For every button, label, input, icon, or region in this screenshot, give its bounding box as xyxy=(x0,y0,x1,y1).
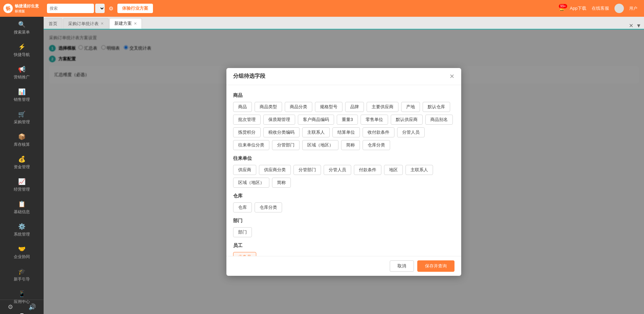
tag-goods-2[interactable]: 商品分类 xyxy=(285,102,312,112)
section-title-dept: 部门 xyxy=(233,218,454,224)
tag-goods-20[interactable]: 分管人员 xyxy=(397,127,425,137)
tag-goods-18[interactable]: 结算单位 xyxy=(332,127,360,137)
search-category-select[interactable] xyxy=(95,4,105,13)
tag-goods-7[interactable]: 默认仓库 xyxy=(423,102,450,112)
settings-bottom-icon[interactable]: ⚙ xyxy=(8,303,13,311)
tag-goods-1[interactable]: 商品类型 xyxy=(255,102,282,112)
sidebar-item-label: 资金管理 xyxy=(14,164,30,170)
sidebar-item-label: 快捷导航 xyxy=(14,52,30,58)
tab-home[interactable]: 首页 xyxy=(44,18,62,29)
tag-goods-10[interactable]: 客户商品编码 xyxy=(298,115,334,125)
tab-purchase-stats[interactable]: 采购订单统计表 ✕ xyxy=(63,18,109,29)
sidebar: 畅 畅捷通好生意 标准版 🔍 搜索菜单 ⚡ 快捷导航 📢 营销推广 📊 销售管理… xyxy=(0,0,44,314)
tags-group-goods: 商品 商品类型 商品分类 规格型号 品牌 主要供应商 产地 默认仓库 批次管理 … xyxy=(233,102,454,150)
tag-partner-1[interactable]: 供应商分类 xyxy=(259,165,291,175)
tag-goods-15[interactable]: 拣货积分 xyxy=(233,127,261,137)
tag-partner-6[interactable]: 主联系人 xyxy=(406,165,433,175)
sidebar-item-label: 系统管理 xyxy=(14,232,30,237)
sidebar-item-system[interactable]: ⚙️ 系统管理 xyxy=(0,219,44,241)
sidebar-item-label: 库存核算 xyxy=(14,142,30,147)
tag-dept-0[interactable]: 部门 xyxy=(233,227,252,237)
tags-group-warehouse: 仓库 仓库分类 xyxy=(233,202,454,212)
volume-bottom-icon[interactable]: 🔊 xyxy=(29,303,36,311)
sidebar-item-sales[interactable]: 📊 销售管理 xyxy=(0,84,44,107)
tag-goods-4[interactable]: 品牌 xyxy=(345,102,364,112)
tag-staff-0[interactable]: 业务员 xyxy=(233,252,256,256)
tab-new-scheme[interactable]: 新建方案 ✕ xyxy=(109,18,142,29)
notification-bell[interactable]: 🔔 99+ xyxy=(559,6,565,11)
tag-goods-21[interactable]: 往来单位分类 xyxy=(233,140,269,150)
settings-icon[interactable]: ⚙ xyxy=(109,5,113,12)
tabs-more-icon[interactable]: ▼ xyxy=(636,23,641,29)
modal-close-icon[interactable]: ✕ xyxy=(449,73,454,80)
tag-goods-8[interactable]: 批次管理 xyxy=(233,115,261,125)
tag-goods-13[interactable]: 默认供应商 xyxy=(391,115,423,125)
experience-plan-button[interactable]: 体验行业方案 xyxy=(117,4,153,13)
tag-goods-19[interactable]: 收付款条件 xyxy=(363,127,394,137)
app-logo: 畅 畅捷通好生意 标准版 xyxy=(0,0,44,17)
section-title-staff: 员工 xyxy=(233,243,454,249)
gear-icon: ⚙️ xyxy=(18,223,25,230)
tag-partner-2[interactable]: 分管部门 xyxy=(293,165,321,175)
sidebar-item-business[interactable]: 📈 经营管理 xyxy=(0,174,44,196)
tag-goods-9[interactable]: 保质期管理 xyxy=(263,115,295,125)
section-title-warehouse: 仓库 xyxy=(233,193,454,199)
app-download-link[interactable]: App下载 xyxy=(570,5,586,11)
tab-new-scheme-close[interactable]: ✕ xyxy=(134,21,137,26)
sidebar-item-quicknav[interactable]: ⚡ 快捷导航 xyxy=(0,39,44,62)
sidebar-item-enterprise[interactable]: 🤝 企业协同 xyxy=(0,241,44,264)
app-name: 畅捷通好生意 xyxy=(15,3,39,9)
sidebar-item-inventory[interactable]: 📦 库存核算 xyxy=(0,129,44,151)
tag-goods-3[interactable]: 规格型号 xyxy=(315,102,342,112)
header: ⚙ 体验行业方案 🔔 99+ App下载 在线客服 用户 xyxy=(44,0,644,17)
sidebar-item-label: 销售管理 xyxy=(14,97,30,103)
notification-badge: 99+ xyxy=(559,4,567,8)
sidebar-item-guide[interactable]: 🎓 新手引导 xyxy=(0,264,44,286)
modal-header: 分组待选字段 ✕ xyxy=(226,68,461,85)
tag-goods-6[interactable]: 产地 xyxy=(401,102,420,112)
sidebar-item-marketing[interactable]: 📢 营销推广 xyxy=(0,62,44,84)
header-search-area: ⚙ xyxy=(47,4,113,13)
tag-partner-4[interactable]: 付款条件 xyxy=(354,165,381,175)
tag-goods-22[interactable]: 分管部门 xyxy=(272,140,300,150)
tab-purchase-stats-label: 采购订单统计表 xyxy=(68,21,99,27)
search-icon: 🔍 xyxy=(18,21,25,28)
online-service-link[interactable]: 在线客服 xyxy=(592,5,609,11)
tag-goods-25[interactable]: 仓库分类 xyxy=(363,140,390,150)
tag-goods-12[interactable]: 零售单位 xyxy=(361,115,388,125)
tag-goods-11[interactable]: 重量3 xyxy=(337,115,358,125)
tag-partner-8[interactable]: 简称 xyxy=(272,178,291,188)
sidebar-item-basic-info[interactable]: 📋 基础信息 xyxy=(0,196,44,219)
tab-purchase-stats-close[interactable]: ✕ xyxy=(101,21,104,26)
modal-title: 分组待选字段 xyxy=(233,73,265,80)
search-input[interactable] xyxy=(47,4,94,13)
tag-goods-5[interactable]: 主要供应商 xyxy=(367,102,398,112)
tag-partner-0[interactable]: 供应商 xyxy=(233,165,256,175)
tag-goods-24[interactable]: 简称 xyxy=(341,140,360,150)
field-select-modal: 分组待选字段 ✕ 商品 商品 商品类型 商品分类 规格型号 品牌 主要供应商 产… xyxy=(226,68,461,276)
tag-goods-14[interactable]: 商品别名 xyxy=(425,115,453,125)
tag-goods-23[interactable]: 区域（地区） xyxy=(302,140,338,150)
app-version: 标准版 xyxy=(15,9,39,14)
tag-partner-7[interactable]: 区域（地区） xyxy=(233,178,269,188)
tags-group-staff: 业务员 xyxy=(233,252,454,256)
tag-partner-3[interactable]: 分管人员 xyxy=(324,165,351,175)
tag-partner-5[interactable]: 地区 xyxy=(384,165,403,175)
tag-goods-0[interactable]: 商品 xyxy=(233,102,252,112)
tabs-close-all-icon[interactable]: ✕ xyxy=(629,22,633,29)
sidebar-item-label: 采购管理 xyxy=(14,119,30,125)
tag-goods-16[interactable]: 税收分类编码 xyxy=(263,127,300,137)
tag-warehouse-0[interactable]: 仓库 xyxy=(233,202,252,212)
sidebar-item-finance[interactable]: 💰 资金管理 xyxy=(0,151,44,174)
modal-body[interactable]: 商品 商品 商品类型 商品分类 规格型号 品牌 主要供应商 产地 默认仓库 批次… xyxy=(226,85,461,256)
section-title-goods: 商品 xyxy=(233,92,454,99)
sidebar-item-label: 新手引导 xyxy=(14,276,30,282)
tag-goods-17[interactable]: 主联系人 xyxy=(302,127,330,137)
sidebar-item-search[interactable]: 🔍 搜索菜单 xyxy=(0,17,44,39)
modal-confirm-button[interactable]: 保存并查询 xyxy=(417,260,454,272)
sidebar-item-purchase[interactable]: 🛒 采购管理 xyxy=(0,107,44,129)
modal-cancel-button[interactable]: 取消 xyxy=(390,260,414,272)
cart-icon: 🛒 xyxy=(18,111,25,118)
tag-warehouse-1[interactable]: 仓库分类 xyxy=(255,202,282,212)
avatar[interactable] xyxy=(614,4,624,13)
